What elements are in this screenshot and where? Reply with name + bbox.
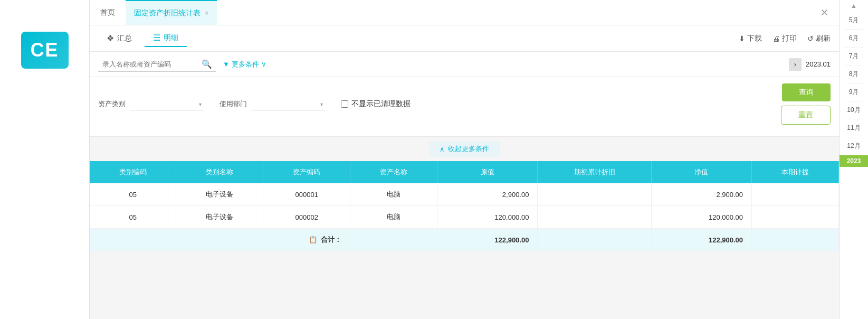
cell-accum-depr xyxy=(538,206,651,229)
collapse-label: 收起更多条件 xyxy=(448,144,489,154)
department-select-wrap: ▾ xyxy=(251,98,325,110)
department-select[interactable] xyxy=(251,98,325,110)
cell-cat-name: 电子设备 xyxy=(176,206,263,229)
asset-table: 类别编码 类别名称 资产编码 资产名称 原值 期初累计折旧 净值 本期计提 05… xyxy=(90,161,839,251)
cell-original: 120,000.00 xyxy=(437,206,538,229)
col-header-accum-depr: 期初累计折旧 xyxy=(538,161,651,183)
sidebar-logo: CE xyxy=(0,0,90,319)
no-cleared-checkbox[interactable] xyxy=(341,100,348,108)
department-filter: 使用部门 ▾ xyxy=(220,98,325,110)
summary-tab-icon: ❖ xyxy=(107,33,114,43)
window-close-btn[interactable]: ✕ xyxy=(810,0,839,25)
filter-actions: 查询 重置 xyxy=(781,83,831,125)
date-display: › 2023.01 xyxy=(789,58,831,71)
total-current-depr xyxy=(752,229,839,251)
cell-cat-code: 05 xyxy=(90,206,176,229)
asset-type-filter: 资产类别 ▾ xyxy=(98,98,204,110)
download-btn[interactable]: ⬇ 下载 xyxy=(739,34,762,43)
refresh-label: 刷新 xyxy=(816,34,831,43)
download-label: 下载 xyxy=(747,34,762,43)
chevron-down-icon: ∨ xyxy=(261,60,266,68)
department-label: 使用部门 xyxy=(220,99,247,109)
cell-current-depr xyxy=(752,206,839,229)
total-net-value: 122,900.00 xyxy=(651,229,751,251)
search-input[interactable] xyxy=(102,60,197,68)
asset-type-select[interactable] xyxy=(130,98,204,110)
table-container: 类别编码 类别名称 资产编码 资产名称 原值 期初累计折旧 净值 本期计提 05… xyxy=(90,161,839,319)
tab-close-icon[interactable]: × xyxy=(205,10,208,17)
month-item[interactable]: 7月 xyxy=(845,48,862,65)
month-item[interactable]: 6月 xyxy=(845,30,862,48)
filter-row-1: 资产类别 ▾ 使用部门 ▾ 不显示已清理数 xyxy=(98,83,831,125)
cell-asset-code: 000002 xyxy=(263,206,350,229)
month-item[interactable]: 11月 xyxy=(845,119,862,137)
collapse-btn[interactable]: ∧ 收起更多条件 xyxy=(429,141,500,157)
cell-asset-code: 000001 xyxy=(263,183,350,206)
search-input-wrap: 🔍 xyxy=(98,57,216,72)
detail-tab-label: 明细 xyxy=(164,33,178,43)
search-bar: 🔍 ▼ 更多条件 ∨ › 2023.01 xyxy=(90,52,839,77)
nav-active-tab[interactable]: 固定资产折旧统计表 × xyxy=(126,0,217,25)
ce-logo-text: CE xyxy=(21,32,69,69)
cell-cat-code: 05 xyxy=(90,183,176,206)
cell-accum-depr xyxy=(538,183,651,206)
col-header-asset-code: 资产编码 xyxy=(263,161,350,183)
date-prev-arrow[interactable]: › xyxy=(789,58,802,71)
summary-tab-label: 汇总 xyxy=(117,34,132,43)
more-filters-btn[interactable]: ▼ 更多条件 ∨ xyxy=(223,60,266,69)
month-scroll-up[interactable]: ▲ xyxy=(840,0,868,12)
month-item[interactable]: 10月 xyxy=(845,101,862,119)
right-panel: ▲ 5月6月7月8月9月10月11月12月 2023 xyxy=(839,0,868,319)
total-row: 📋 合计： 122,900.00 122,900.00 xyxy=(90,229,839,251)
filter-icon: ▼ xyxy=(223,60,230,68)
cell-cat-name: 电子设备 xyxy=(176,183,263,206)
cell-original: 2,900.00 xyxy=(437,183,538,206)
asset-type-label: 资产类别 xyxy=(98,99,126,109)
col-header-current-depr: 本期计提 xyxy=(752,161,839,183)
total-asset-name xyxy=(350,229,437,251)
col-header-cat-name: 类别名称 xyxy=(176,161,263,183)
total-icon: 📋 xyxy=(309,236,317,243)
table-row: 05 电子设备 000001 电脑 2,900.00 2,900.00 xyxy=(90,183,839,206)
search-icon: 🔍 xyxy=(202,59,212,69)
month-item[interactable]: 8月 xyxy=(845,65,862,83)
nav-tab-label: 固定资产折旧统计表 xyxy=(134,8,201,18)
print-label: 打印 xyxy=(782,34,797,43)
collapse-section: ∧ 收起更多条件 xyxy=(90,137,839,161)
total-label-cell: 📋 合计： xyxy=(90,229,350,251)
total-label: 合计： xyxy=(321,236,341,243)
reset-button[interactable]: 重置 xyxy=(781,106,831,125)
detail-tab-icon: ☰ xyxy=(153,33,160,43)
month-item[interactable]: 9月 xyxy=(845,83,862,101)
cell-net-value: 120,000.00 xyxy=(651,206,751,229)
cell-current-depr xyxy=(752,183,839,206)
cell-asset-name: 电脑 xyxy=(350,206,437,229)
cell-asset-name: 电脑 xyxy=(350,183,437,206)
no-cleared-label: 不显示已清理数据 xyxy=(351,99,411,109)
query-button[interactable]: 查询 xyxy=(782,83,831,101)
top-nav: 首页 固定资产折旧统计表 × ✕ xyxy=(90,0,839,25)
col-header-cat-code: 类别编码 xyxy=(90,161,176,183)
print-btn[interactable]: 🖨 打印 xyxy=(772,34,797,43)
year-badge: 2023 xyxy=(840,155,868,167)
month-item[interactable]: 12月 xyxy=(845,137,862,155)
toolbar-actions: ⬇ 下载 🖨 打印 ↺ 刷新 xyxy=(739,34,831,43)
refresh-btn[interactable]: ↺ 刷新 xyxy=(807,34,831,43)
col-header-net-value: 净值 xyxy=(651,161,751,183)
nav-home-btn[interactable]: 首页 xyxy=(90,0,126,25)
asset-type-select-wrap: ▾ xyxy=(130,98,204,110)
tab-detail-btn[interactable]: ☰ 明细 xyxy=(145,30,187,47)
month-list: 5月6月7月8月9月10月11月12月 xyxy=(845,12,862,155)
filter-conditions: 资产类别 ▾ 使用部门 ▾ 不显示已清理数 xyxy=(90,77,839,137)
total-accum-depr xyxy=(538,229,651,251)
col-header-asset-name: 资产名称 xyxy=(350,161,437,183)
refresh-icon: ↺ xyxy=(807,34,814,43)
total-original: 122,900.00 xyxy=(437,229,538,251)
toolbar: ❖ 汇总 ☰ 明细 ⬇ 下载 🖨 打印 ↺ 刷新 xyxy=(90,25,839,52)
tab-summary-btn[interactable]: ❖ 汇总 xyxy=(98,30,140,46)
date-value: 2023.01 xyxy=(806,60,831,68)
download-icon: ⬇ xyxy=(739,34,745,43)
main-content: 首页 固定资产折旧统计表 × ✕ ❖ 汇总 ☰ 明细 ⬇ 下载 🖨 打印 ↺ xyxy=(90,0,839,319)
cell-net-value: 2,900.00 xyxy=(651,183,751,206)
month-item[interactable]: 5月 xyxy=(845,12,862,30)
